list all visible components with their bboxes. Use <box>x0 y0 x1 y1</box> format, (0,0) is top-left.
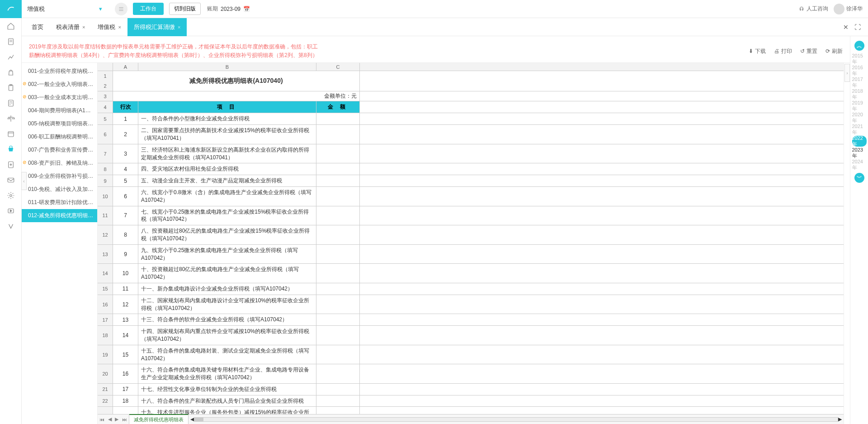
row-header[interactable]: 7 <box>98 144 113 163</box>
row-header[interactable]: 17 <box>98 314 113 325</box>
row-header[interactable]: 16 <box>98 295 113 314</box>
cell[interactable] <box>316 364 360 383</box>
cell[interactable]: 五、动漫企业自主开发、生产动漫产品定期减免企业所得税 <box>138 175 316 186</box>
cell[interactable]: 四、受灾地区农村信用社免征企业所得税 <box>138 163 316 175</box>
cell[interactable] <box>316 125 360 144</box>
year-2023年[interactable]: 2023年 <box>852 148 867 158</box>
row-header[interactable]: 2 <box>98 81 113 91</box>
row-header[interactable]: 9 <box>98 175 113 186</box>
nav-bag-icon[interactable] <box>0 65 22 80</box>
period-value[interactable]: 2023-09 <box>221 6 241 12</box>
cell[interactable] <box>316 175 360 186</box>
cell[interactable]: 九、线宽小于0.25微米的集成电路生产企业减免企业所得税（填写A107042） <box>138 245 316 264</box>
tree-item-4[interactable]: 005-纳税调整项目明细表(A1... <box>22 117 97 130</box>
cell[interactable]: 13 <box>113 314 138 325</box>
year-2015年[interactable]: 2015年 <box>852 53 867 64</box>
cell[interactable] <box>316 407 360 414</box>
print-button[interactable]: 🖨 打印 <box>774 48 792 55</box>
tree-item-11[interactable]: 012-减免所得税优惠明细表(... <box>22 209 97 222</box>
cell[interactable]: 15 <box>113 345 138 364</box>
row-header[interactable]: 23 <box>98 407 113 414</box>
tab-expand[interactable]: ⛶ <box>854 23 862 31</box>
cell[interactable]: 十七、经营性文化事业单位转制为企业的免征企业所得税 <box>138 384 316 395</box>
row-header[interactable]: 1 <box>98 71 113 81</box>
tree-item-7[interactable]: ⊘008-资产折旧、摊销及纳税... <box>22 157 97 170</box>
workbench-button[interactable]: 工作台 <box>133 3 164 15</box>
cell[interactable]: 三、经济特区和上海浦东新区新设立的高新技术企业在区内取得的所得定期减免企业所得税… <box>138 144 316 163</box>
cell[interactable] <box>316 163 360 175</box>
cell[interactable] <box>316 113 360 124</box>
cell[interactable]: 18 <box>113 395 138 407</box>
cell[interactable]: 一、符合条件的小型微利企业减免企业所得税 <box>138 113 316 124</box>
nav-v-icon[interactable] <box>0 219 22 233</box>
row-header[interactable]: 12 <box>98 225 113 244</box>
right-collapse-handle[interactable]: › <box>844 64 850 82</box>
tab-3[interactable]: 所得税汇算清缴× <box>127 18 187 36</box>
download-button[interactable]: ⬇ 下载 <box>749 48 766 55</box>
h-scrollbar[interactable]: ◀▶ <box>189 414 844 424</box>
refresh-button[interactable]: ⟳ 刷新 <box>826 48 843 55</box>
tab-2[interactable]: 增值税× <box>91 18 127 36</box>
row-header[interactable]: 13 <box>98 245 113 264</box>
cell[interactable]: 9 <box>113 245 138 264</box>
tree-item-9[interactable]: 010-免税、减计收入及加计... <box>22 183 97 196</box>
row-header[interactable]: 5 <box>98 113 113 124</box>
cell[interactable] <box>316 395 360 407</box>
cell[interactable]: 十八、符合条件的生产和装配伤残人员专门用品企业免征企业所得税 <box>138 395 316 407</box>
year-down[interactable]: ︾ <box>854 173 864 183</box>
org-selector[interactable]: 增值税 ▾ <box>27 5 108 13</box>
row-header[interactable]: 20 <box>98 364 113 383</box>
cell[interactable]: 3 <box>113 144 138 163</box>
year-2022年[interactable]: 2022年 <box>852 136 867 147</box>
sheet-last[interactable]: ⏭ <box>122 417 127 422</box>
cell[interactable]: 七、线宽小于0.25微米的集成电路生产企业减按15%税率征收企业所得税（填写A1… <box>138 206 316 225</box>
tree-collapse-handle[interactable]: ‹ <box>21 172 27 190</box>
tree-item-10[interactable]: 011-研发费用加计扣除优惠... <box>22 196 97 209</box>
cell[interactable]: 5 <box>113 175 138 186</box>
row-header[interactable]: 18 <box>98 326 113 345</box>
nav-settings-icon[interactable] <box>0 188 22 203</box>
year-2018年[interactable]: 2018年 <box>852 89 867 100</box>
row-header[interactable]: 8 <box>98 163 113 175</box>
year-up[interactable]: ︽ <box>854 41 864 51</box>
col-a[interactable]: A <box>113 63 138 71</box>
nav-date-icon[interactable] <box>0 127 22 141</box>
cell[interactable] <box>316 345 360 364</box>
tab-close-icon[interactable]: × <box>82 24 85 30</box>
cell[interactable]: 1 <box>113 113 138 124</box>
year-2020年[interactable]: 2020年 <box>852 112 867 123</box>
row-header[interactable]: 6 <box>98 125 113 144</box>
tree-item-6[interactable]: 007-广告费和业务宣传费跨... <box>22 143 97 157</box>
tree-item-0[interactable]: 001-企业所得税年度纳税申... <box>22 65 97 78</box>
year-2021年[interactable]: 2021年 <box>852 124 867 135</box>
col-b[interactable]: B <box>138 63 316 71</box>
nav-tax-icon[interactable] <box>0 142 22 157</box>
switch-old-button[interactable]: 切到旧版 <box>169 3 201 15</box>
cell[interactable]: 14 <box>113 326 138 345</box>
sheet-next[interactable]: ▶ <box>115 416 118 422</box>
tree-item-8[interactable]: 009-企业所得税弥补亏损明... <box>22 170 97 183</box>
cell[interactable]: 十四、国家规划布局内重点软件企业可减按10%的税率征收企业所得税（填写A1070… <box>138 326 316 345</box>
row-header[interactable]: 3 <box>98 91 113 101</box>
tree-item-5[interactable]: 006-职工薪酬纳税调整明细... <box>22 130 97 143</box>
row-header[interactable]: 22 <box>98 395 113 407</box>
nav-home-icon[interactable] <box>0 19 22 33</box>
cell[interactable] <box>316 384 360 395</box>
tab-1[interactable]: 税表清册× <box>50 18 91 36</box>
cell[interactable] <box>316 206 360 225</box>
tab-close-icon[interactable]: × <box>178 24 180 30</box>
tree-item-1[interactable]: ⊘002-一般企业收入明细表(A1... <box>22 78 97 91</box>
row-header[interactable]: 10 <box>98 187 113 206</box>
cell[interactable]: 7 <box>113 206 138 225</box>
reset-button[interactable]: ↺ 重置 <box>800 48 817 55</box>
help-link[interactable]: 人工咨询 <box>798 5 828 13</box>
cell[interactable] <box>316 314 360 325</box>
nav-clipboard-icon[interactable] <box>0 81 22 95</box>
cell[interactable]: 11 <box>113 283 138 295</box>
nav-doc-icon[interactable] <box>0 34 22 49</box>
cell[interactable] <box>316 144 360 163</box>
sheet-first[interactable]: ⏮ <box>99 417 104 422</box>
cell[interactable]: 16 <box>113 364 138 383</box>
row-header[interactable]: 14 <box>98 264 113 283</box>
tab-0[interactable]: 首页 <box>25 18 50 36</box>
